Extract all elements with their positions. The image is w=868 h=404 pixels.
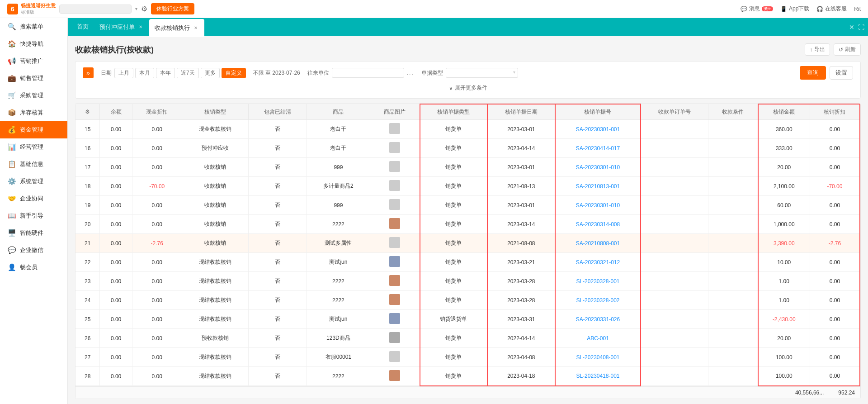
doc-no-link[interactable]: SA-20230301-001 [576,126,620,133]
dropdown-arrow-icon[interactable]: ▾ [135,6,137,11]
message-area[interactable]: 💬 消息 99+ [741,5,773,13]
cell-cash-discount: 0.00 [132,215,182,234]
sidebar-item-inventory[interactable]: 📦 库存核算 [0,104,67,121]
cell-cancel-discount: 0.00 [810,348,860,367]
cell-cancel-doc-date: 2023-03-14 [487,215,555,234]
sidebar-item-collab[interactable]: 🤝 企业协同 [0,190,67,207]
settings-icon[interactable]: ⚙ [141,5,147,13]
doc-no-link[interactable]: SA-20230301-010 [576,164,620,171]
doc-no-link[interactable]: SA-20210813-001 [576,183,620,190]
cell-balance: 0.00 [100,272,132,291]
sidebar-label-member: 畅会员 [20,263,38,271]
sidebar-item-wechat[interactable]: 💬 企业微信 [0,242,67,259]
filter-expand-toggle[interactable]: » [83,67,94,78]
tab-prepay-close[interactable]: ✕ [137,24,144,30]
sidebar-item-basic[interactable]: 📋 基础信息 [0,156,67,173]
date-label: 日期 [101,69,112,77]
online-service-area[interactable]: 🎧 在线客服 [816,5,847,13]
tab-home[interactable]: 首页 [71,18,94,36]
sidebar-label-wechat: 企业微信 [20,246,43,254]
th-balance: 余额 [100,104,132,120]
chart-icon: 📊 [7,143,16,151]
export-button[interactable]: ↑ 导出 [805,43,830,56]
doc-no-link[interactable]: SL-20230408-001 [576,354,619,361]
sidebar-item-marketing[interactable]: 📢 营销推广 [0,52,67,70]
doc-no-link[interactable]: SA-20230321-012 [576,259,620,266]
cell-balance: 0.00 [100,234,132,253]
sidebar-item-ops[interactable]: 📊 经营管理 [0,138,67,156]
app-download-area[interactable]: 📱 App下载 [780,5,809,13]
cell-cancel-discount: 0.00 [810,253,860,272]
tab-receipt-close[interactable]: ✕ [193,25,199,31]
tab-expand-button[interactable]: ⛶ [858,24,864,31]
doc-type-select[interactable] [446,68,518,78]
date-btn-more[interactable]: 更多 [201,68,220,78]
sidebar-item-system[interactable]: ⚙️ 系统管理 [0,173,67,190]
user-area[interactable]: Rit [854,6,861,12]
sidebar-item-guide[interactable]: 📖 新手引导 [0,207,67,224]
cell-receipt-order-no [641,329,708,348]
breadcrumb-input[interactable] [59,5,132,14]
cell-include-settled: 否 [249,120,307,139]
doc-no-link[interactable]: SA-20210808-001 [576,240,620,247]
date-btn-last-month[interactable]: 上月 [114,68,133,78]
cell-receipt-order-no [641,158,708,177]
top-bar-left: 6 畅捷通谱好生意 标准版 ▾ ⚙ 休验行业方案 [7,2,735,15]
doc-no-link[interactable]: SA-20230314-008 [576,221,620,228]
doc-no-link[interactable]: SL-20230328-002 [576,297,619,304]
table-row: 24 0.00 0.00 现结收款核销 否 2222 销货单 2023-03-2… [75,291,860,310]
sidebar-item-search[interactable]: 🔍 搜索菜单 [0,18,67,35]
top-bar: 6 畅捷通谱好生意 标准版 ▾ ⚙ 休验行业方案 💬 消息 99+ 📱 App下… [0,0,868,18]
cell-product-img [370,310,420,329]
sidebar-label-basic: 基础信息 [20,160,43,168]
sidebar-item-member[interactable]: 👤 畅会员 [0,259,67,276]
date-btn-this-month[interactable]: 本月 [135,68,154,78]
expand-conditions-btn[interactable]: ∨ 展开更多条件 [449,84,487,92]
th-settings[interactable]: ⚙ [75,104,100,120]
tab-bar-actions: ✕ ⛶ [849,24,864,31]
from-unit-input[interactable] [332,68,404,78]
cell-cancel-amount: 60.00 [758,196,810,215]
main-layout: 🔍 搜索菜单 🏠 快捷导航 📢 营销推广 💼 销售管理 🛒 采购管理 📦 库存核… [0,18,868,404]
doc-no-link[interactable]: SL-20230328-001 [576,278,619,285]
sidebar-item-purchase[interactable]: 🛒 采购管理 [0,87,67,104]
box-icon: 📦 [7,109,16,117]
doc-no-link[interactable]: SL-20230418-001 [576,373,619,379]
sidebar-item-shortcut[interactable]: 🏠 快捷导航 [0,35,67,52]
cell-product: 测试jun [307,253,370,272]
tab-prepay[interactable]: 预付冲应付单 ✕ [94,18,149,36]
sidebar-label-shortcut: 快捷导航 [20,40,43,48]
handshake-icon: 🤝 [7,195,16,203]
cell-include-settled: 否 [249,291,307,310]
wechat-icon: 💬 [7,246,16,254]
date-btn-7days[interactable]: 近7天 [177,68,199,78]
cell-product-img [370,234,420,253]
cell-product: 2222 [307,215,370,234]
doc-no-link[interactable]: SA-20230414-017 [576,145,620,152]
query-button[interactable]: 查询 [800,66,826,80]
date-btn-custom[interactable]: 自定义 [222,68,246,78]
industry-button[interactable]: 休验行业方案 [151,3,194,14]
home-icon: 🏠 [7,40,16,48]
settings-button[interactable]: 设置 [830,66,853,80]
member-icon: 👤 [7,263,16,271]
cell-receipt-condition [708,215,758,234]
sidebar-item-sales[interactable]: 💼 销售管理 [0,70,67,87]
doc-no-link[interactable]: SA-20230301-010 [576,202,620,209]
cell-cancel-type: 现结收款核销 [182,291,249,310]
tab-receipt[interactable]: 收款核销执行 ✕ [149,19,204,37]
doc-no-link[interactable]: ABC-001 [587,335,609,342]
logo-area: 6 畅捷通谱好生意 标准版 [7,2,56,15]
cell-cash-discount: 0.00 [132,272,182,291]
date-btn-this-year[interactable]: 本年 [156,68,175,78]
cell-cancel-discount: 0.00 [810,120,860,139]
cell-cash-discount: 0.00 [132,329,182,348]
cell-product: 多计量商品2 [307,177,370,196]
sidebar-item-fund[interactable]: 💰 资金管理 [0,121,67,138]
doc-no-link[interactable]: SA-20230331-026 [576,316,620,323]
cell-product-img [370,120,420,139]
sidebar-item-hardware[interactable]: 🖥️ 智能硬件 [0,224,67,242]
tab-close-all-button[interactable]: ✕ [849,24,854,31]
cell-cancel-discount: 0.00 [810,139,860,158]
refresh-button[interactable]: ↺ 刷新 [834,43,861,56]
